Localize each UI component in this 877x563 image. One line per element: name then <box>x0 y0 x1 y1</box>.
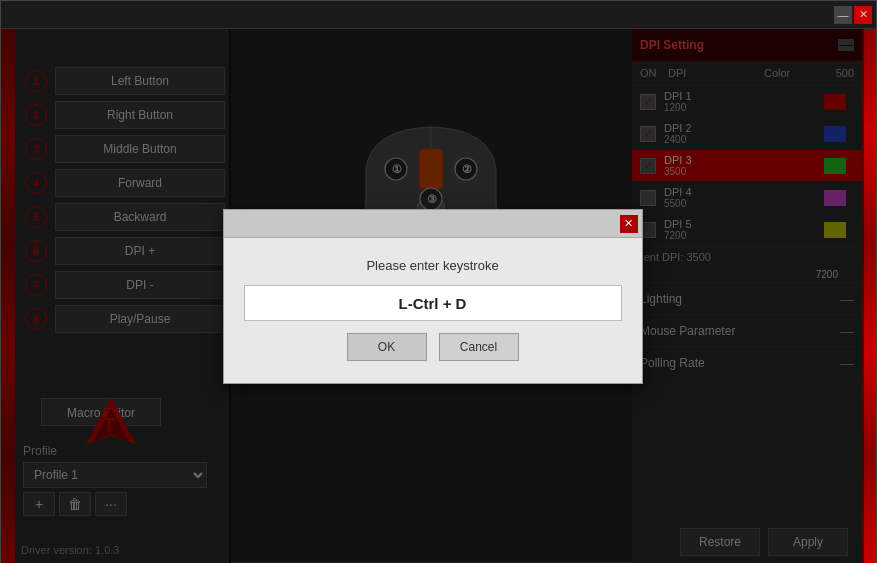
right-decorative-bar <box>862 29 876 563</box>
keystroke-display: L-Ctrl + D <box>244 285 622 321</box>
app-window: — ✕ 1 Left Button 2 Right Button 3 Middl… <box>0 0 877 563</box>
minimize-button[interactable]: — <box>834 6 852 24</box>
modal-ok-button[interactable]: OK <box>347 333 427 361</box>
modal-prompt: Please enter keystroke <box>244 258 622 273</box>
modal-dialog: ✕ Please enter keystroke L-Ctrl + D OK C… <box>223 209 643 384</box>
modal-buttons: OK Cancel <box>244 321 622 373</box>
modal-cancel-button[interactable]: Cancel <box>439 333 519 361</box>
modal-body: Please enter keystroke L-Ctrl + D OK Can… <box>224 238 642 383</box>
modal-overlay: ✕ Please enter keystroke L-Ctrl + D OK C… <box>1 29 864 563</box>
modal-close-button[interactable]: ✕ <box>620 215 638 233</box>
close-button[interactable]: ✕ <box>854 6 872 24</box>
modal-title-bar: ✕ <box>224 210 642 238</box>
title-bar: — ✕ <box>1 1 876 29</box>
